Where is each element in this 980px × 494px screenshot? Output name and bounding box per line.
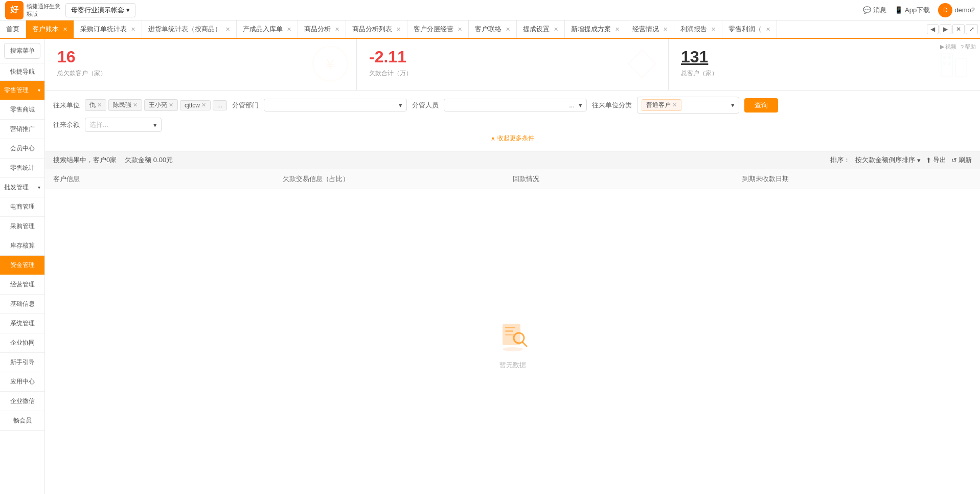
help-btn[interactable]: ? 帮助 [961, 43, 976, 51]
chevron-down-icon: ▾ [731, 101, 735, 109]
nav-prev-btn[interactable]: ◀ [927, 24, 939, 34]
refresh-btn[interactable]: ↺ 刷新 [951, 155, 972, 165]
close-icon[interactable]: ✕ [615, 26, 620, 33]
nav-next-btn[interactable]: ▶ [940, 24, 951, 34]
tab-retail-profit[interactable]: 零售利润（ ✕ [722, 20, 777, 38]
sidebar-quick-nav-btn[interactable]: 快捷导航 [0, 63, 44, 81]
sort-label: 排序： [830, 155, 850, 165]
sidebar-item-finance-mgmt[interactable]: 资金管理 [0, 256, 44, 275]
filter-tag-chen-label: 陈民强 [113, 101, 131, 109]
tab-purchase-stats[interactable]: 采购订单统计表 ✕ [74, 20, 142, 38]
close-icon[interactable]: ✕ [458, 26, 462, 33]
sidebar-item-basic-info[interactable]: 基础信息 [0, 295, 44, 314]
refresh-label: 刷新 [959, 155, 972, 165]
tab-goods-analysis[interactable]: 商品分析 ✕ [298, 20, 346, 38]
stats-row: ¥ 16 总欠款客户（家） -2.11 欠款合计（万） [45, 39, 980, 91]
tab-goods-analysis-list[interactable]: 商品分析列表 ✕ [346, 20, 407, 38]
close-icon[interactable]: ✕ [766, 26, 770, 33]
tab-goods-stats[interactable]: 进货单统计表（按商品） ✕ [142, 20, 237, 38]
filter-tag-qiu[interactable]: 仇 ✕ [85, 99, 106, 111]
stat-help-area: ▶ 视频 ? 帮助 [940, 43, 976, 51]
tab-home[interactable]: 首页 [0, 20, 26, 38]
tab-product-stock-label: 产成品入库单 [243, 25, 283, 34]
close-icon[interactable]: ✕ [131, 26, 135, 33]
filter-person-select[interactable]: ... ▾ [444, 99, 587, 111]
close-icon[interactable]: ✕ [287, 26, 291, 33]
tab-product-stock[interactable]: 产成品入库单 ✕ [237, 20, 298, 38]
close-icon[interactable]: ✕ [169, 102, 173, 108]
export-label: 导出 [933, 155, 946, 165]
sidebar-item-marketing-label: 营销推广 [10, 125, 35, 132]
close-icon[interactable]: ✕ [97, 102, 102, 108]
sidebar-item-ops-mgmt[interactable]: 经营管理 [0, 275, 44, 295]
th-repay-info-label: 回款情况 [513, 175, 539, 183]
sidebar-item-enterprise-collab[interactable]: 企业协同 [0, 333, 44, 353]
close-icon[interactable]: ✕ [554, 26, 558, 33]
filter-unit-class-select[interactable]: 普通客户 ✕ ▾ [637, 97, 739, 114]
svg-rect-7 [948, 62, 951, 65]
filter-unit-class-tag[interactable]: 普通客户 ✕ [642, 99, 681, 111]
query-btn[interactable]: 查询 [744, 98, 778, 113]
sidebar-item-wholesale-mgmt[interactable]: 批发管理 ▾ [0, 178, 44, 197]
filter-tag-chen[interactable]: 陈民强 ✕ [108, 99, 142, 111]
close-icon[interactable]: ✕ [201, 102, 206, 108]
tab-boost-settings[interactable]: 提成设置 ✕ [517, 20, 565, 38]
sidebar-item-retail-stats[interactable]: 零售统计 [0, 159, 44, 178]
close-icon[interactable]: ✕ [506, 26, 510, 33]
tab-new-boost[interactable]: 新增提成方案 ✕ [565, 20, 626, 38]
sidebar-item-member-pass[interactable]: 畅会员 [0, 411, 44, 431]
sidebar-item-sys-mgmt[interactable]: 系统管理 [0, 314, 44, 333]
tab-retail-profit-label: 零售利润（ [728, 25, 762, 34]
close-icon[interactable]: ✕ [711, 26, 716, 33]
nav-expand-btn[interactable]: ⤢ [966, 24, 978, 34]
tab-customer-contact-label: 客户联络 [475, 25, 502, 34]
svg-rect-5 [948, 56, 951, 59]
filter-area: 往来单位 仇 ✕ 陈民强 ✕ 王小亮 ✕ cjttcw [45, 91, 980, 151]
sidebar-item-ecommerce[interactable]: 电商管理 [0, 197, 44, 217]
close-icon[interactable]: ✕ [396, 26, 401, 33]
tab-profit-report[interactable]: 利润报告 ✕ [674, 20, 722, 38]
filter-more-btn[interactable]: ... [213, 100, 227, 110]
close-icon[interactable]: ✕ [133, 102, 138, 108]
close-icon[interactable]: ✕ [672, 102, 677, 108]
stat-value-credit-amount: -2.11 [369, 48, 406, 66]
sidebar-item-inventory[interactable]: 库存核算 [0, 236, 44, 256]
tab-customer-accounts[interactable]: 客户账本 ✕ [26, 20, 74, 38]
help-label: 帮助 [965, 43, 976, 51]
sidebar-item-ops-mgmt-label: 经营管理 [10, 281, 35, 288]
video-help-btn[interactable]: ▶ 视频 [940, 43, 956, 51]
filter-tag-wang[interactable]: 王小亮 ✕ [144, 99, 178, 111]
sidebar-item-retail-mgmt[interactable]: 零售管理 ▾ [0, 81, 44, 100]
sidebar-item-purchase-mgmt[interactable]: 采购管理 [0, 217, 44, 236]
sidebar-item-enterprise-wechat[interactable]: 企业微信 [0, 392, 44, 411]
tab-business[interactable]: 经营情况 ✕ [626, 20, 674, 38]
export-btn[interactable]: ⬆ 导出 [926, 155, 946, 165]
filter-balance-select[interactable]: 选择... ▾ [85, 118, 162, 132]
stat-icon-yen: ¥ [312, 46, 348, 83]
svg-rect-11 [505, 330, 513, 332]
user-menu[interactable]: D demo2 [938, 3, 975, 17]
svg-text:¥: ¥ [326, 56, 334, 72]
tab-customer-tier[interactable]: 客户分层经营 ✕ [407, 20, 469, 38]
sidebar-item-app-center[interactable]: 应用中心 [0, 372, 44, 392]
sidebar-item-member-center[interactable]: 会员中心 [0, 139, 44, 159]
app-download-btn[interactable]: 📱 App下载 [895, 6, 930, 15]
sidebar-item-new-guide[interactable]: 新手引导 [0, 353, 44, 372]
filter-tag-cj[interactable]: cjttcw ✕ [180, 100, 211, 110]
close-icon[interactable]: ✕ [663, 26, 668, 33]
close-icon[interactable]: ✕ [63, 26, 67, 33]
account-dropdown[interactable]: 母婴行业演示帐套 ▾ [65, 3, 135, 17]
filter-dept-select[interactable]: ▾ [264, 99, 407, 111]
nav-close-all-btn[interactable]: ✕ [952, 24, 965, 34]
sidebar-item-marketing[interactable]: 营销推广 [0, 120, 44, 139]
sidebar-item-retail-mall[interactable]: 零售商城 [0, 100, 44, 120]
sidebar-search-btn[interactable]: 搜索菜单 [4, 43, 40, 59]
message-btn[interactable]: 💬 消息 [863, 6, 886, 15]
logo-text: 畅捷通好生意 标版 [27, 3, 60, 17]
stat-label-credit-customers: 总欠款客户（家） [57, 69, 106, 78]
tab-customer-contact[interactable]: 客户联络 ✕ [469, 20, 517, 38]
collapse-btn[interactable]: ∧ 收起更多条件 [491, 134, 534, 143]
close-icon[interactable]: ✕ [225, 26, 230, 33]
close-icon[interactable]: ✕ [335, 26, 339, 33]
sort-select[interactable]: 按欠款金额倒序排序 ▾ [855, 155, 921, 165]
